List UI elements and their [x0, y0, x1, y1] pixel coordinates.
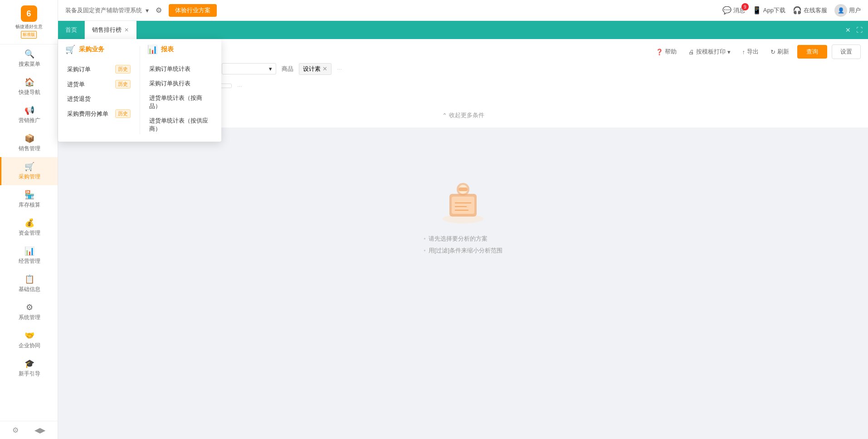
- empty-hint-2: 用[过滤]条件来缩小分析范围: [424, 245, 502, 256]
- nav-icon-operations: 📊: [24, 246, 34, 256]
- topbar: 装备及固定资产辅助管理系统 ▾ ⚙ 体验行业方案 💬 消息 9 📱 App下载 …: [58, 0, 868, 21]
- sidebar-item-sales[interactable]: 📦 销售管理: [0, 129, 58, 157]
- history-badge-3: 历史: [115, 109, 131, 118]
- sidebar-item-marketing[interactable]: 📢 营销推广: [0, 101, 58, 129]
- sidebar-item-newbie[interactable]: 🎓 新手引导: [0, 354, 58, 382]
- sidebar-item-system[interactable]: ⚙ 系统管理: [0, 298, 58, 326]
- nav-icon-quick-nav: 🏠: [24, 77, 34, 87]
- svg-rect-2: [452, 197, 474, 214]
- purchase-col-icon: 🛒: [65, 44, 75, 54]
- receipt-stats-by-supplier-item[interactable]: 进货单统计表（按供应商）: [147, 113, 215, 136]
- receipt-stats-by-goods-item[interactable]: 进货单统计表（按商品）: [147, 91, 215, 113]
- sidebar-item-operations[interactable]: 📊 经营管理: [0, 242, 58, 270]
- tab-controls: ✕ ⛶: [840, 21, 868, 39]
- salesperson-dots[interactable]: ···: [237, 83, 242, 89]
- nav-label-inventory: 库存核算: [19, 201, 40, 209]
- nav-icon-inventory: 🏪: [24, 190, 34, 200]
- app-download-btn[interactable]: 📱 App下载: [752, 6, 785, 15]
- export-icon: ↑: [742, 49, 746, 55]
- purchase-col-header: 🛒 采购业务: [65, 44, 132, 57]
- online-service-btn[interactable]: 🎧 在线客服: [793, 6, 827, 15]
- empty-state: 请先选择要分析的方案 用[过滤]条件来缩小分析范围: [58, 128, 868, 309]
- sidebar-item-inventory[interactable]: 🏪 库存核算: [0, 185, 58, 213]
- report-col: 📊 报表 采购订单统计表 采购订单执行表 进货单统计表（按商品） 进货单统计表（…: [140, 44, 222, 136]
- nav-label-enterprise: 企业协同: [19, 342, 40, 350]
- user-btn[interactable]: 👤 用户: [834, 4, 861, 17]
- refresh-icon: ↻: [770, 49, 775, 55]
- phone-icon: 📱: [752, 6, 761, 15]
- nav-icon-basic-info: 📋: [24, 274, 34, 284]
- nav-label-marketing: 营销推广: [19, 117, 40, 124]
- help-icon: ❓: [656, 49, 663, 55]
- settings-button[interactable]: 设置: [832, 44, 861, 59]
- nav-label-system: 系统管理: [19, 314, 40, 321]
- nav-label-basic-info: 基础信息: [19, 286, 40, 293]
- goods-label: 商品: [282, 65, 293, 73]
- collapse-arrow-icon: ⌃: [442, 112, 447, 119]
- history-badge-1: 历史: [115, 80, 131, 89]
- message-btn[interactable]: 💬 消息 9: [722, 6, 745, 15]
- tab-home[interactable]: 首页: [58, 21, 85, 39]
- goods-tag: 设计素 ✕: [299, 63, 332, 75]
- sidebar-logo: 6 畅捷通好生意 标准版: [0, 0, 58, 44]
- cost-alloc-item[interactable]: 采购费用分摊单 历史: [65, 106, 132, 121]
- return-goods-item[interactable]: 进货退货: [65, 92, 132, 106]
- doc-status-select[interactable]: ▾: [222, 63, 276, 74]
- receipt-item[interactable]: 进货单 历史: [65, 77, 132, 92]
- headset-icon: 🎧: [793, 6, 802, 15]
- logo-badge: 标准版: [21, 31, 37, 39]
- print-btn[interactable]: 🖨 按模板打印 ▾: [685, 46, 734, 58]
- refresh-btn[interactable]: ↻ 刷新: [767, 46, 793, 58]
- tab-close-all-icon[interactable]: ✕: [844, 25, 853, 35]
- empty-illustration: [436, 180, 490, 226]
- logo-text: 畅捷通好生意: [15, 24, 43, 30]
- sidebar-item-quick-nav[interactable]: 🏠 快捷导航: [0, 73, 58, 101]
- report-col-icon: 📊: [147, 44, 157, 54]
- goods-more-dots[interactable]: ···: [337, 65, 342, 72]
- nav-icon-enterprise: 🤝: [24, 330, 34, 340]
- history-badge-0: 历史: [115, 65, 131, 74]
- help-btn[interactable]: ❓ 帮助: [652, 46, 680, 58]
- sidebar-item-basic-info[interactable]: 📋 基础信息: [0, 270, 58, 298]
- nav-label-finance: 资金管理: [19, 229, 40, 237]
- goods-tag-close[interactable]: ✕: [322, 65, 327, 72]
- sidebar-item-enterprise[interactable]: 🤝 企业协同: [0, 326, 58, 354]
- settings-bottom-icon[interactable]: ⚙: [12, 426, 19, 434]
- query-button[interactable]: 查询: [797, 45, 827, 59]
- tab-sales-ranking[interactable]: 销售排行榜 ✕: [85, 21, 137, 39]
- purchase-dropdown-menu: 🛒 采购业务 采购订单 历史 进货单 历史 进货退货 采购费用分摊单 历史: [58, 39, 221, 142]
- purchase-order-stats-item[interactable]: 采购订单统计表: [147, 62, 215, 76]
- topbar-settings-icon[interactable]: ⚙: [152, 4, 165, 17]
- tab-maximize-icon[interactable]: ⛶: [854, 25, 864, 35]
- industry-btn[interactable]: 体验行业方案: [169, 4, 217, 17]
- sidebar-item-purchase[interactable]: 🛒 采购管理: [0, 157, 58, 185]
- print-dropdown-icon[interactable]: ▾: [727, 49, 731, 55]
- tab-close-sales-ranking[interactable]: ✕: [124, 27, 129, 33]
- nav-icon-marketing: 📢: [24, 105, 34, 115]
- sidebar-bottom: ⚙ ◀▶: [0, 421, 58, 439]
- logo-icon: 6: [21, 5, 37, 22]
- export-btn[interactable]: ↑ 导出: [739, 46, 763, 58]
- tabbar: 首页 销售排行榜 ✕ ✕ ⛶: [58, 21, 868, 39]
- nav-icon-newbie: 🎓: [24, 359, 34, 369]
- sidebar-item-finance[interactable]: 💰 资金管理: [0, 213, 58, 242]
- empty-hints: 请先选择要分析的方案 用[过滤]条件来缩小分析范围: [424, 233, 502, 256]
- collapse-sidebar-icon[interactable]: ◀▶: [34, 426, 45, 434]
- notification-badge: 9: [741, 3, 749, 10]
- nav-label-operations: 经营管理: [19, 257, 40, 265]
- user-avatar: 👤: [834, 4, 847, 17]
- print-icon: 🖨: [688, 49, 694, 55]
- purchase-order-exec-item[interactable]: 采购订单执行表: [147, 76, 215, 91]
- purchase-order-item[interactable]: 采购订单 历史: [65, 62, 132, 77]
- nav-icon-sales: 📦: [24, 133, 34, 143]
- topbar-right: 💬 消息 9 📱 App下载 🎧 在线客服 👤 用户: [722, 4, 861, 17]
- sidebar-item-search-menu[interactable]: 🔍 搜索菜单: [0, 44, 58, 73]
- nav-label-newbie: 新手引导: [19, 370, 40, 378]
- nav-icon-system: ⚙: [26, 302, 33, 312]
- report-col-header: 📊 报表: [147, 44, 215, 57]
- select-arrow-icon: ▾: [269, 65, 272, 72]
- nav-label-search-menu: 搜索菜单: [19, 60, 40, 68]
- empty-hint-1: 请先选择要分析的方案: [424, 233, 502, 245]
- nav-icon-search-menu: 🔍: [24, 49, 34, 59]
- dropdown-arrow-icon[interactable]: ▾: [146, 7, 149, 14]
